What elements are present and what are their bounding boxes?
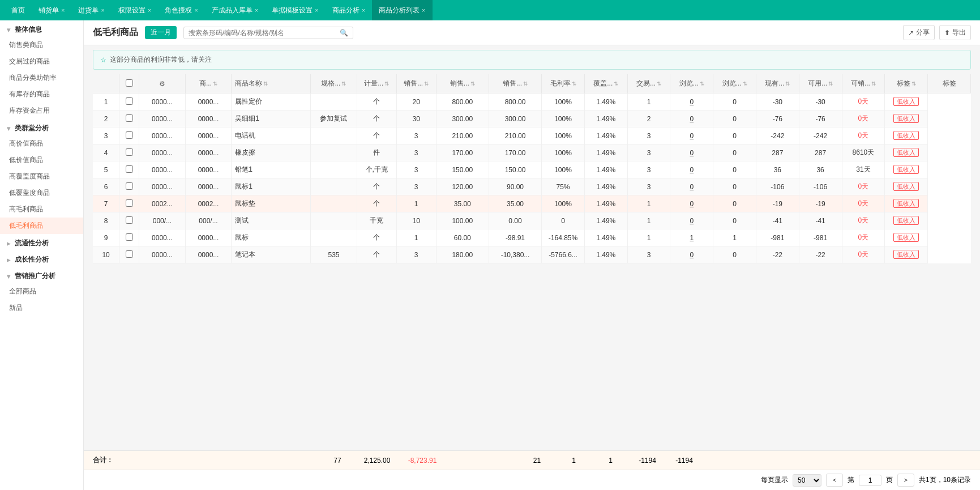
row-checkbox-cell[interactable] bbox=[119, 246, 139, 263]
nav-close-purchase[interactable]: × bbox=[101, 7, 104, 14]
nav-close-role[interactable]: × bbox=[194, 7, 198, 14]
col-header-sellable[interactable]: 可销...⇅ bbox=[842, 74, 885, 93]
col-header-current[interactable]: 现有...⇅ bbox=[756, 74, 799, 93]
table-row[interactable]: 6 0000... 0000... 鼠标1 个 3 120.00 90.00 7… bbox=[93, 178, 971, 195]
table-row[interactable]: 5 0000... 0000... 铅笔1 个,千克 3 150.00 150.… bbox=[93, 161, 971, 178]
col-header-sale-profit[interactable]: 销售...⇅ bbox=[489, 74, 541, 93]
col-header-days[interactable]: 标签⇅ bbox=[885, 74, 928, 93]
sidebar-item-all-goods[interactable]: 全部商品 bbox=[0, 283, 83, 300]
nav-close-analysis-list[interactable]: × bbox=[422, 7, 425, 14]
next-page-button[interactable]: ＞ bbox=[897, 474, 914, 487]
row-checkbox[interactable] bbox=[126, 233, 133, 241]
sidebar-group-growth[interactable]: ▸ 成长性分析 bbox=[0, 250, 83, 267]
col-header-spec[interactable]: 规格...⇅ bbox=[311, 74, 357, 93]
col-header-avail[interactable]: 可用...⇅ bbox=[799, 74, 842, 93]
sidebar-item-new-goods[interactable]: 新品 bbox=[0, 300, 83, 316]
row-checkbox[interactable] bbox=[126, 131, 133, 139]
collapse-icon-growth[interactable]: ▸ bbox=[7, 256, 10, 264]
col-header-settings[interactable]: ⚙ bbox=[139, 74, 186, 93]
table-row[interactable]: 9 0000... 0000... 鼠标 个 1 60.00 -98.91 -1… bbox=[93, 229, 971, 246]
row-checkbox-cell[interactable] bbox=[119, 229, 139, 246]
row-checkbox[interactable] bbox=[126, 97, 133, 105]
table-row[interactable]: 7 0002... 0002... 鼠标垫 个 1 35.00 35.00 10… bbox=[93, 195, 971, 212]
collapse-icon-cluster[interactable]: ▾ bbox=[7, 125, 10, 133]
row-checkbox[interactable] bbox=[126, 114, 133, 122]
row-view1[interactable]: 0 bbox=[670, 127, 713, 144]
row-view1[interactable]: 0 bbox=[670, 195, 713, 212]
table-row[interactable]: 3 0000... 0000... 电话机 个 3 210.00 210.00 … bbox=[93, 127, 971, 144]
sidebar-item-high-coverage[interactable]: 高覆盖度商品 bbox=[0, 168, 83, 185]
sidebar-item-low-margin[interactable]: 低毛利商品 bbox=[0, 218, 83, 234]
sidebar-group-cluster[interactable]: ▾ 类群堂分析 bbox=[0, 119, 83, 135]
row-checkbox-cell[interactable] bbox=[119, 144, 139, 161]
nav-close-permission[interactable]: × bbox=[148, 7, 151, 14]
row-checkbox[interactable] bbox=[126, 216, 133, 224]
search-box[interactable]: 🔍 bbox=[183, 27, 353, 39]
row-checkbox[interactable] bbox=[126, 250, 133, 258]
nav-permission-settings[interactable]: 权限设置 × bbox=[112, 0, 158, 20]
col-header-name[interactable]: 商品名称⇅ bbox=[232, 74, 311, 93]
row-checkbox-cell[interactable] bbox=[119, 110, 139, 127]
sidebar-item-low-value[interactable]: 低价值商品 bbox=[0, 152, 83, 168]
search-icon[interactable]: 🔍 bbox=[340, 29, 348, 37]
col-header-sale-num[interactable]: 销售...⇅ bbox=[396, 74, 436, 93]
row-view1[interactable]: 0 bbox=[670, 246, 713, 263]
sidebar-item-inventory-fund[interactable]: 库存资金占用 bbox=[0, 103, 83, 119]
col-header-view2[interactable]: 浏览...⇅ bbox=[713, 74, 756, 93]
row-checkbox-cell[interactable] bbox=[119, 161, 139, 178]
page-number-input[interactable] bbox=[859, 475, 881, 486]
row-view1[interactable]: 0 bbox=[670, 144, 713, 161]
row-checkbox-cell[interactable] bbox=[119, 178, 139, 195]
sidebar-group-circulation[interactable]: ▸ 流通性分析 bbox=[0, 234, 83, 250]
collapse-icon-circulation[interactable]: ▸ bbox=[7, 240, 10, 248]
sidebar-group-marketing[interactable]: ▾ 营销推广分析 bbox=[0, 267, 83, 283]
row-checkbox[interactable] bbox=[126, 182, 133, 190]
nav-sales-order[interactable]: 销货单 × bbox=[32, 0, 71, 20]
table-row[interactable]: 4 0000... 0000... 橡皮擦 件 3 170.00 170.00 … bbox=[93, 144, 971, 161]
prev-page-button[interactable]: ＜ bbox=[826, 474, 843, 487]
row-view1[interactable]: 0 bbox=[670, 178, 713, 195]
col-header-view1[interactable]: 浏览...⇅ bbox=[670, 74, 713, 93]
row-checkbox[interactable] bbox=[126, 165, 133, 173]
sidebar-item-low-coverage[interactable]: 低覆盖度商品 bbox=[0, 185, 83, 201]
row-checkbox[interactable] bbox=[126, 148, 133, 156]
table-row[interactable]: 8 000/... 000/... 测试 千克 10 100.00 0.00 0… bbox=[93, 212, 971, 229]
search-input[interactable] bbox=[189, 29, 340, 37]
nav-close-template[interactable]: × bbox=[315, 7, 318, 14]
nav-purchase-order[interactable]: 进货单 × bbox=[71, 0, 111, 20]
row-view1[interactable]: 0 bbox=[670, 93, 713, 110]
nav-product-analysis[interactable]: 商品分析 × bbox=[326, 0, 372, 20]
row-checkbox-cell[interactable] bbox=[119, 212, 139, 229]
col-header-code[interactable]: 商...⇅ bbox=[185, 74, 232, 93]
nav-product-inbound[interactable]: 产成品入库单 × bbox=[205, 0, 265, 20]
nav-role-auth[interactable]: 角色授权 × bbox=[158, 0, 204, 20]
sidebar-item-stock-goods[interactable]: 有库存的商品 bbox=[0, 86, 83, 103]
table-row[interactable]: 2 0000... 0000... 吴细细1 参加复试 个 30 300.00 … bbox=[93, 110, 971, 127]
row-checkbox-cell[interactable] bbox=[119, 93, 139, 110]
row-view1[interactable]: 1 bbox=[670, 229, 713, 246]
sidebar-item-category-rate[interactable]: 商品分类助销率 bbox=[0, 70, 83, 86]
col-header-gross[interactable]: 毛利率⇅ bbox=[542, 74, 585, 93]
sidebar-item-traded-goods[interactable]: 交易过的商品 bbox=[0, 53, 83, 70]
table-row[interactable]: 1 0000... 0000... 属性定价 个 20 800.00 800.0… bbox=[93, 93, 971, 110]
nav-close-sales[interactable]: × bbox=[61, 7, 65, 14]
nav-home[interactable]: 首页 bbox=[5, 0, 32, 20]
date-filter-button[interactable]: 近一月 bbox=[145, 26, 177, 39]
sidebar-item-sales-goods[interactable]: 销售类商品 bbox=[0, 37, 83, 53]
sidebar-item-high-value[interactable]: 高价值商品 bbox=[0, 135, 83, 152]
nav-template-settings[interactable]: 单据模板设置 × bbox=[265, 0, 325, 20]
row-view1[interactable]: 0 bbox=[670, 212, 713, 229]
table-row[interactable]: 10 0000... 0000... 笔记本 535 个 3 180.00 -1… bbox=[93, 246, 971, 263]
export-button[interactable]: ⬆ 导出 bbox=[939, 25, 971, 40]
sidebar-group-overall[interactable]: ▾ 整体信息 bbox=[0, 20, 83, 37]
col-header-cover[interactable]: 覆盖...⇅ bbox=[584, 74, 627, 93]
row-checkbox-cell[interactable] bbox=[119, 195, 139, 212]
row-checkbox[interactable] bbox=[126, 199, 133, 207]
col-header-tag[interactable]: 标签 bbox=[928, 74, 971, 93]
row-view1[interactable]: 0 bbox=[670, 161, 713, 178]
nav-close-product-analysis[interactable]: × bbox=[362, 7, 365, 14]
select-all-checkbox[interactable] bbox=[126, 79, 133, 87]
share-button[interactable]: ↗ 分享 bbox=[903, 25, 935, 40]
nav-close-product[interactable]: × bbox=[255, 7, 258, 14]
per-page-select[interactable]: 50 100 bbox=[793, 474, 821, 487]
